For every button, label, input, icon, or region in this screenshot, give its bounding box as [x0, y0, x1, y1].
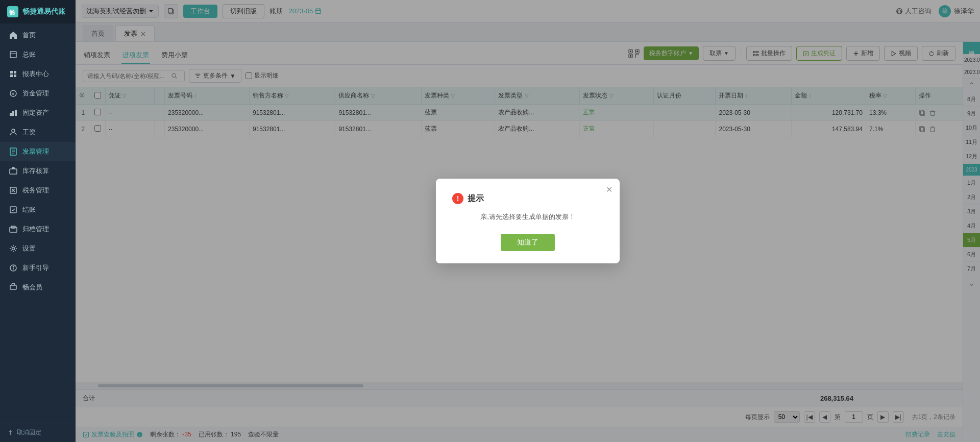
svg-rect-11 [12, 111, 14, 116]
sidebar-item-salary[interactable]: 工资 [0, 122, 76, 142]
sidebar-item-home[interactable]: 首页 [0, 26, 76, 45]
settings-icon [9, 244, 17, 253]
sidebar-item-reports[interactable]: 报表中心 [0, 64, 76, 84]
sidebar-item-settings[interactable]: 设置 [0, 239, 76, 258]
svg-rect-4 [10, 71, 13, 73]
modal-ok-button[interactable]: 知道了 [501, 234, 555, 251]
pin-icon [7, 429, 14, 436]
svg-rect-6 [10, 75, 13, 77]
sidebar-item-ledger[interactable]: 总账 [0, 45, 76, 64]
sidebar-footer[interactable]: 取消固定 [0, 423, 76, 442]
svg-text:¥: ¥ [11, 91, 15, 96]
sidebar-item-archive[interactable]: 归档管理 [0, 219, 76, 239]
svg-rect-18 [10, 169, 17, 174]
modal-title: ! 提示 [452, 193, 603, 204]
member-icon [9, 283, 17, 291]
modal-message: 亲,请先选择要生成单据的发票！ [452, 212, 603, 222]
svg-rect-2 [10, 52, 16, 58]
sidebar-item-tax[interactable]: 税务管理 [0, 181, 76, 200]
salary-icon [9, 128, 17, 136]
svg-point-28 [13, 266, 14, 267]
modal-btn-row: 知道了 [452, 234, 603, 251]
sidebar-item-member[interactable]: 畅会员 [0, 278, 76, 297]
svg-point-25 [12, 248, 15, 250]
archive-icon [9, 225, 17, 233]
svg-text:畅: 畅 [9, 9, 15, 15]
svg-rect-7 [14, 75, 16, 77]
funds-icon: ¥ [9, 89, 17, 97]
invoice-icon [9, 148, 17, 156]
svg-rect-10 [10, 113, 12, 116]
close-ledger-icon [9, 206, 17, 214]
ledger-icon [9, 51, 17, 59]
sidebar: 畅 畅捷通易代账 首页 总账 报表中心 ¥ 资金管理 固定资 [0, 0, 76, 442]
sidebar-item-guide[interactable]: 新手引导 [0, 258, 76, 278]
sidebar-nav: 首页 总账 报表中心 ¥ 资金管理 固定资产 工资 [0, 23, 76, 423]
modal-box: ✕ ! 提示 亲,请先选择要生成单据的发票！ 知道了 [436, 179, 620, 263]
reports-icon [9, 70, 17, 78]
sidebar-item-inventory[interactable]: 库存核算 [0, 161, 76, 181]
warning-icon: ! [452, 193, 463, 204]
sidebar-item-close[interactable]: 结账 [0, 200, 76, 219]
svg-point-13 [12, 129, 15, 132]
modal-overlay[interactable]: ✕ ! 提示 亲,请先选择要生成单据的发票！ 知道了 [76, 0, 980, 442]
home-icon [9, 31, 17, 39]
sidebar-item-funds[interactable]: ¥ 资金管理 [0, 84, 76, 103]
svg-rect-29 [10, 285, 16, 289]
svg-rect-12 [15, 110, 17, 116]
tax-icon [9, 186, 17, 194]
main-content: 沈海英测试经营勿删 工作台 切到旧版 账期 2023-05 人工咨询 徐 [76, 0, 980, 442]
inventory-icon [9, 167, 17, 175]
modal-close-button[interactable]: ✕ [606, 185, 612, 194]
guide-icon [9, 264, 17, 272]
assets-icon [9, 109, 17, 117]
logo-icon: 畅 [7, 6, 18, 17]
app-logo: 畅 畅捷通易代账 [0, 0, 76, 23]
svg-rect-5 [14, 71, 16, 73]
sidebar-item-assets[interactable]: 固定资产 [0, 103, 76, 122]
sidebar-item-invoice[interactable]: 发票管理 [0, 142, 76, 161]
